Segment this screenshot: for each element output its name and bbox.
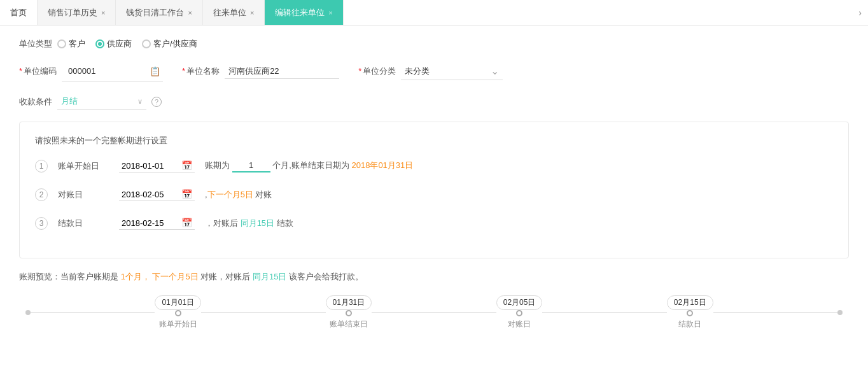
tab-partner[interactable]: 往来单位 × [203, 0, 265, 25]
step-2-label: 对账日 [58, 189, 109, 201]
unit-type-radios: 客户 供应商 客户/供应商 [57, 38, 197, 50]
timeline-line-5 [713, 313, 837, 313]
radio-supplier[interactable]: 供应商 [95, 38, 132, 50]
step-3-label: 结款日 [58, 218, 109, 229]
step-2-date-input[interactable] [122, 190, 179, 199]
unit-code-input[interactable] [64, 64, 147, 78]
tab-close-edit-partner[interactable]: × [328, 9, 332, 17]
timeline-dot-4 [687, 310, 693, 316]
timeline-sublabel-2: 账单结束日 [330, 319, 368, 330]
unit-type-label: 单位类型 [19, 38, 52, 50]
payment-select[interactable]: 月结 ∨ [57, 93, 146, 110]
timeline-start-dot [25, 310, 31, 315]
unit-code-input-wrapper: 📋 [62, 61, 163, 81]
step-3-calendar-icon[interactable]: 📅 [181, 218, 192, 228]
payment-row: 收款条件 月结 ∨ ? [19, 93, 849, 110]
box-title: 请按照未来的一个完整帐期进行设置 [35, 135, 833, 146]
unit-category-label: *单位分类 [358, 66, 396, 77]
timeline-dot-3 [516, 310, 522, 316]
timeline-node-1: 01月01日 账单开始日 [155, 295, 201, 330]
timeline-node-4: 02月15日 结款日 [667, 295, 713, 330]
payment-label: 收款条件 [19, 96, 52, 108]
step-2-number: 2 [35, 188, 48, 201]
payment-group: 收款条件 月结 ∨ ? [19, 93, 162, 110]
unit-info-row: *单位编码 📋 *单位名称 *单位分类 未分类 ⌄ [19, 61, 849, 81]
unit-code-group: *单位编码 📋 [19, 61, 163, 81]
timeline-sublabel-4: 结款日 [678, 319, 701, 330]
timeline-dot-1 [175, 310, 181, 316]
tab-cash-work[interactable]: 钱货日清工作台 × [116, 0, 202, 25]
timeline: 01月01日 账单开始日 01月31日 账单结束日 02月05日 对账日 02月… [19, 295, 849, 330]
step-1-date-wrapper: 📅 [119, 159, 195, 172]
timeline-sublabel-3: 对账日 [508, 319, 531, 330]
timeline-date-3: 02月05日 [496, 295, 543, 310]
unit-type-group: 单位类型 客户 供应商 客户/供应商 [19, 38, 197, 50]
step-2-date-wrapper: 📅 [119, 188, 195, 201]
unit-type-row: 单位类型 客户 供应商 客户/供应商 [19, 38, 849, 50]
step-3-date-wrapper: 📅 [119, 216, 195, 230]
timeline-end-dot [837, 310, 843, 315]
tab-close-sales[interactable]: × [101, 9, 105, 17]
timeline-date-2: 01月31日 [326, 295, 372, 310]
step-2-row: 2 对账日 📅 ,下一个月5日 对账 [35, 188, 833, 201]
step-3-highlight: 同月15日 [241, 218, 274, 228]
step-1-row: 1 账单开始日 📅 账期为 个月,账单结束日期为 2018年01月31日 [35, 159, 833, 172]
step-2-desc: ,下一个月5日 对账 [205, 189, 272, 201]
tab-close-cash[interactable]: × [188, 9, 192, 17]
step-1-date-input[interactable] [122, 161, 179, 171]
timeline-line-3 [372, 313, 496, 313]
step-1-number: 1 [35, 160, 48, 172]
tab-sales-history[interactable]: 销售订单历史 × [38, 0, 116, 25]
step-1-calendar-icon[interactable]: 📅 [181, 160, 192, 171]
timeline-line-1 [31, 313, 155, 313]
timeline-date-1: 01月01日 [155, 295, 201, 310]
unit-name-group: *单位名称 [182, 64, 339, 79]
step-1-end-date: 2018年01月31日 [351, 160, 413, 170]
tab-close-partner[interactable]: × [250, 9, 254, 17]
radio-customer-circle [57, 39, 66, 48]
unit-category-select[interactable]: 未分类 ⌄ [401, 62, 503, 80]
step-3-row: 3 结款日 📅 ，对账后 同月15日 结款 [35, 216, 833, 230]
timeline-dot-2 [346, 310, 352, 316]
tab-overflow-arrow[interactable]: › [852, 0, 868, 25]
timeline-node-2: 01月31日 账单结束日 [326, 295, 372, 330]
step-3-date-input[interactable] [122, 218, 179, 228]
step-2-highlight: 下一个月5日 [207, 190, 253, 199]
preview-section: 账期预览：当前客户账期是 1个月， 下一个月5日 对账，对账后 同月15日 该客… [19, 271, 849, 330]
preview-text: 账期预览：当前客户账期是 1个月， 下一个月5日 对账，对账后 同月15日 该客… [19, 271, 849, 283]
tab-home[interactable]: 首页 [0, 0, 38, 25]
timeline-date-4: 02月15日 [667, 295, 713, 310]
step-1-month-input[interactable] [232, 159, 270, 172]
step-1-desc: 账期为 个月,账单结束日期为 2018年01月31日 [205, 159, 413, 172]
tab-bar: 首页 销售订单历史 × 钱货日清工作台 × 往来单位 × 编辑往来单位 × › [0, 0, 868, 25]
category-chevron-icon: ⌄ [491, 65, 499, 77]
step-2-calendar-icon[interactable]: 📅 [181, 189, 192, 199]
preview-p3-teal: 同月15日 [253, 272, 286, 281]
unit-code-label: *单位编码 [19, 66, 57, 77]
preview-p1: 1个月， [121, 272, 150, 281]
unit-code-copy-icon[interactable]: 📋 [150, 66, 160, 76]
settings-box: 请按照未来的一个完整帐期进行设置 1 账单开始日 📅 账期为 个月,账单结束日期… [19, 122, 849, 258]
unit-name-label: *单位名称 [182, 66, 220, 77]
timeline-node-3: 02月05日 对账日 [496, 295, 543, 330]
tab-edit-partner[interactable]: 编辑往来单位 × [265, 0, 343, 25]
step-3-number: 3 [35, 217, 48, 230]
payment-chevron-icon: ∨ [137, 97, 143, 106]
radio-customer[interactable]: 客户 [57, 38, 85, 50]
step-3-desc: ，对账后 同月15日 结款 [205, 218, 293, 229]
timeline-line-2 [201, 313, 325, 313]
main-content: 单位类型 客户 供应商 客户/供应商 *单位编码 [0, 25, 868, 387]
timeline-sublabel-1: 账单开始日 [159, 319, 197, 330]
preview-p2-orange: 下一个月5日 [152, 272, 198, 281]
payment-help-icon[interactable]: ? [151, 97, 162, 107]
unit-category-group: *单位分类 未分类 ⌄ [358, 62, 503, 80]
timeline-line-4 [542, 313, 666, 313]
radio-both[interactable]: 客户/供应商 [142, 38, 197, 50]
step-1-label: 账单开始日 [58, 160, 109, 172]
radio-both-circle [142, 39, 151, 48]
unit-name-input[interactable] [225, 64, 339, 79]
radio-supplier-circle [95, 39, 104, 48]
